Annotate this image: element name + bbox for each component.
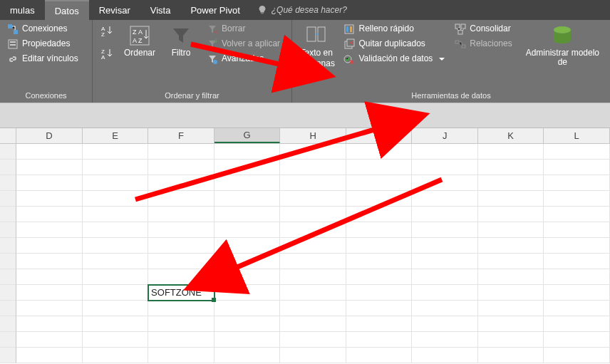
row-header[interactable]	[0, 207, 16, 222]
editar-vinculos-button[interactable]: Editar vínculos	[6, 53, 80, 66]
cell[interactable]	[214, 316, 281, 332]
cell[interactable]	[148, 269, 214, 285]
cell[interactable]	[412, 254, 478, 269]
cell[interactable]	[83, 191, 149, 207]
cell[interactable]	[16, 254, 83, 269]
cell[interactable]	[148, 222, 214, 238]
cell[interactable]	[148, 348, 214, 363]
tell-me-search[interactable]: ¿Qué desea hacer?	[257, 0, 347, 20]
column-header-D[interactable]: D	[16, 128, 83, 143]
cell[interactable]	[214, 144, 281, 160]
cell[interactable]	[214, 160, 281, 175]
cell[interactable]	[148, 144, 214, 160]
cell[interactable]	[544, 222, 610, 238]
row-header[interactable]	[0, 160, 16, 175]
cell[interactable]	[478, 238, 544, 254]
column-header-K[interactable]: K	[478, 128, 544, 143]
cell[interactable]	[346, 207, 413, 222]
cell[interactable]	[214, 301, 281, 316]
tab-revisar[interactable]: Revisar	[89, 0, 140, 20]
tab-datos[interactable]: Datos	[45, 0, 89, 20]
administrar-modelo-button[interactable]: Administrar modelo de	[521, 23, 604, 68]
cell[interactable]	[544, 175, 610, 191]
cell[interactable]	[83, 285, 149, 301]
cell[interactable]	[412, 175, 478, 191]
column-header-G[interactable]: G	[214, 128, 281, 143]
cell[interactable]	[280, 316, 346, 332]
cell[interactable]	[478, 222, 544, 238]
column-header-J[interactable]: J	[412, 128, 478, 143]
cell[interactable]	[544, 160, 610, 175]
cell[interactable]	[148, 175, 214, 191]
cell[interactable]	[346, 348, 413, 363]
cell[interactable]	[16, 269, 83, 285]
cell[interactable]	[412, 207, 478, 222]
cell[interactable]	[346, 254, 413, 269]
tab-powerpivot[interactable]: Power Pivot	[180, 0, 249, 20]
column-header-F[interactable]: F	[148, 128, 214, 143]
cell[interactable]	[412, 222, 478, 238]
propiedades-button[interactable]: Propiedades	[6, 38, 80, 51]
cell[interactable]	[16, 160, 83, 175]
cell[interactable]	[16, 285, 83, 301]
row-header[interactable]	[0, 238, 16, 254]
row-header[interactable]	[0, 332, 16, 348]
cell[interactable]	[83, 222, 149, 238]
sort-desc-button[interactable]: ZA	[98, 46, 115, 61]
cell[interactable]	[280, 175, 346, 191]
cell[interactable]	[83, 175, 149, 191]
cell[interactable]	[346, 144, 413, 160]
cell[interactable]	[83, 301, 149, 316]
cell[interactable]	[280, 332, 346, 348]
cell[interactable]	[148, 301, 214, 316]
cell[interactable]	[214, 254, 281, 269]
cell[interactable]	[214, 238, 281, 254]
cell[interactable]	[544, 191, 610, 207]
cell[interactable]	[346, 285, 413, 301]
borrar-button[interactable]: Borrar	[205, 23, 281, 36]
column-header-H[interactable]: H	[280, 128, 346, 143]
relleno-rapido-button[interactable]: Relleno rápido	[342, 23, 446, 36]
cell[interactable]	[544, 144, 610, 160]
filtro-button[interactable]: Filtro	[164, 23, 198, 59]
cell[interactable]	[280, 160, 346, 175]
quitar-duplicados-button[interactable]: Quitar duplicados	[342, 38, 446, 51]
cell[interactable]	[148, 238, 214, 254]
cell[interactable]	[412, 316, 478, 332]
relaciones-button[interactable]: Relaciones	[453, 38, 513, 51]
cell[interactable]	[83, 207, 149, 222]
cell[interactable]	[214, 222, 281, 238]
sort-asc-button[interactable]: AZ	[98, 23, 115, 38]
cell[interactable]	[214, 285, 281, 301]
cell[interactable]	[280, 285, 346, 301]
cell[interactable]	[280, 301, 346, 316]
cell[interactable]	[478, 332, 544, 348]
cell[interactable]	[346, 316, 413, 332]
cell[interactable]	[214, 191, 281, 207]
row-header[interactable]	[0, 175, 16, 191]
cell[interactable]	[280, 348, 346, 363]
cell[interactable]	[280, 144, 346, 160]
row-header[interactable]	[0, 191, 16, 207]
cell[interactable]	[280, 191, 346, 207]
cell[interactable]	[83, 254, 149, 269]
cell[interactable]	[346, 191, 413, 207]
texto-en-columnas-button[interactable]: Texto en columnas	[298, 23, 335, 69]
cell[interactable]	[346, 160, 413, 175]
cell[interactable]	[16, 301, 83, 316]
cell[interactable]	[544, 269, 610, 285]
cell[interactable]	[280, 238, 346, 254]
cell[interactable]	[478, 301, 544, 316]
cell[interactable]	[83, 160, 149, 175]
cell[interactable]	[478, 160, 544, 175]
cell[interactable]	[478, 207, 544, 222]
cell[interactable]	[83, 269, 149, 285]
cell[interactable]	[478, 144, 544, 160]
cell[interactable]	[544, 316, 610, 332]
cell[interactable]	[148, 316, 214, 332]
cell[interactable]	[148, 207, 214, 222]
cell[interactable]	[544, 238, 610, 254]
cell[interactable]	[148, 160, 214, 175]
cell[interactable]	[83, 332, 149, 348]
cell[interactable]	[280, 222, 346, 238]
